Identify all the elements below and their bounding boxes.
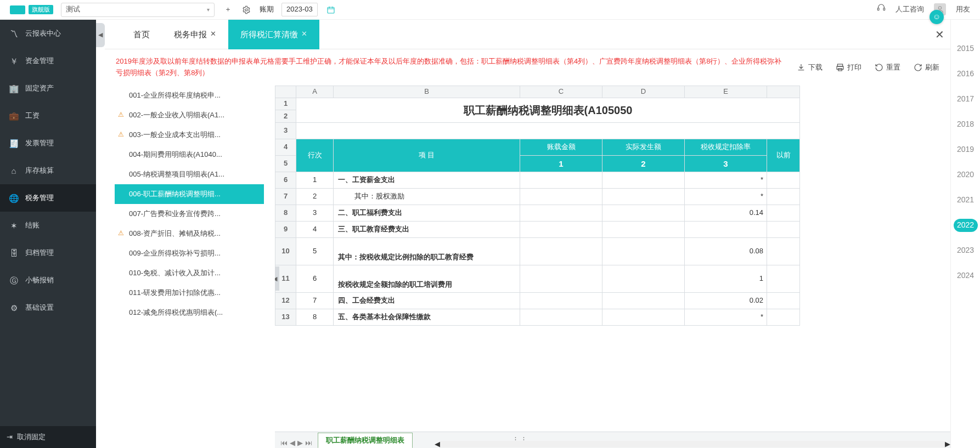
year-2020[interactable]: 2020 [951,162,980,188]
plus-icon[interactable]: ＋ [222,4,233,15]
cell-rownum-2[interactable]: 3 [296,205,334,221]
form-item-3[interactable]: 004-期间费用明细表(A1040... [115,145,264,165]
cell-item-2[interactable]: 二、职工福利费支出 [334,205,520,221]
row-head-6[interactable]: 6 [275,172,296,188]
cell-item-5[interactable]: 按税收规定全额扣除的职工培训费用 [334,265,520,292]
cell-C-1[interactable] [520,188,602,205]
row-head-8[interactable]: 8 [275,205,296,221]
year-2017[interactable]: 2017 [951,87,980,112]
cell-C-2[interactable] [520,205,602,221]
user-name[interactable]: 用友 [956,4,970,14]
cell-C-4[interactable] [520,237,602,265]
nav-item-5[interactable]: ⌂库存核算 [0,157,96,184]
nav-item-9[interactable]: Ⓖ小畅报销 [0,266,96,294]
cell-E-1[interactable]: * [685,188,767,205]
cell-item-6[interactable]: 四、工会经费支出 [334,292,520,309]
cell-E-3[interactable] [685,221,767,237]
nav-item-8[interactable]: 🗄归档管理 [0,239,96,266]
close-icon[interactable]: ✕ [210,29,216,39]
cell-D-0[interactable] [602,172,685,188]
year-2021[interactable]: 2021 [951,188,980,213]
consult-link[interactable]: 人工咨询 [895,4,924,14]
cell-F-1[interactable] [767,188,800,205]
col-head-C[interactable]: C [520,86,602,98]
nav-item-6[interactable]: 🌐税务管理 [0,184,96,212]
cell-E-6[interactable]: 0.02 [685,292,767,309]
cell-item-0[interactable]: 一、工资薪金支出 [334,172,520,188]
year-2018[interactable]: 2018 [951,112,980,137]
download-button[interactable]: 下载 [797,63,823,72]
cell-C-7[interactable] [520,309,602,325]
cell-C-3[interactable] [520,221,602,237]
form-item-8[interactable]: 009-企业所得税弥补亏损明... [115,243,264,263]
nav-item-3[interactable]: 💼工资 [0,102,96,129]
form-item-10[interactable]: 011-研发费用加计扣除优惠... [115,283,264,303]
sheet-tab-active[interactable]: 职工薪酬纳税调整明细表 [318,433,413,448]
reset-button[interactable]: 重置 [875,63,900,72]
cell-E-5[interactable]: 1 [685,265,767,292]
headset-icon[interactable] [877,3,886,15]
spreadsheet[interactable]: ABCDE1职工薪酬纳税调整明细表(A105050234行次项 目账载金额实际发… [275,86,950,432]
cell-D-5[interactable] [602,265,685,292]
form-item-5[interactable]: 006-职工薪酬纳税调整明细... [115,184,264,204]
col-head-D[interactable]: D [602,86,685,98]
row-head-13[interactable]: 13 [275,309,296,325]
cell-F-2[interactable] [767,205,800,221]
sheet-nav-next-icon[interactable]: ▶ [297,438,303,448]
cell-F-5[interactable] [767,265,800,292]
form-item-0[interactable]: 001-企业所得税年度纳税申... [115,86,264,105]
cell-F-3[interactable] [767,221,800,237]
calendar-icon[interactable] [325,4,336,15]
cell-item-1[interactable]: 其中：股权激励 [334,188,520,205]
cell-E-0[interactable]: * [685,172,767,188]
sheet-nav-prev-icon[interactable]: ◀ [290,438,295,448]
cell-C-5[interactable] [520,265,602,292]
row-head-1[interactable]: 1 [275,98,296,110]
row-head-7[interactable]: 7 [275,188,296,205]
col-head-B[interactable]: B [334,86,520,98]
period-value[interactable]: 2023-03 [281,3,318,16]
year-2023[interactable]: 2023 [951,238,980,263]
close-icon[interactable]: ✕ [301,29,307,39]
cell-D-4[interactable] [602,237,685,265]
row-head-2[interactable]: 2 [275,110,296,123]
cell-F-4[interactable] [767,237,800,265]
cell-rownum-5[interactable]: 6 [296,265,334,292]
cell-D-1[interactable] [602,188,685,205]
cell-F-0[interactable] [767,172,800,188]
refresh-button[interactable]: 刷新 [914,63,939,72]
nav-item-2[interactable]: 🏢固定资产 [0,75,96,102]
year-2016[interactable]: 2016 [951,61,980,87]
sheet-hscrollbar[interactable]: ◀ ▶ [435,440,950,448]
year-2015[interactable]: 2015 [951,36,980,61]
sidebar-collapse-handle[interactable]: ◀ [96,23,105,47]
cell-item-3[interactable]: 三、职工教育经费支出 [334,221,520,237]
float-help-icon[interactable]: ☺ [930,10,944,24]
sheet-nav-last-icon[interactable]: ⏭ [305,438,312,448]
gear-icon[interactable] [241,4,252,15]
cell-rownum-0[interactable]: 1 [296,172,334,188]
row-head-3[interactable]: 3 [275,122,296,139]
year-2022[interactable]: 2022 [951,213,980,238]
row-head-9[interactable]: 9 [275,221,296,237]
cell-C-6[interactable] [520,292,602,309]
form-item-11[interactable]: 012-减免所得税优惠明细表(... [115,303,264,322]
form-item-9[interactable]: 010-免税、减计收入及加计... [115,263,264,283]
cell-rownum-1[interactable]: 2 [296,188,334,205]
form-item-7[interactable]: ⚠008-资产折旧、摊销及纳税... [115,224,264,243]
scroll-left-icon[interactable]: ◀ [435,439,440,448]
close-all-tabs[interactable]: ✕ [928,27,950,42]
cell-item-4[interactable]: 其中：按税收规定比例扣除的职工教育经费 [334,237,520,265]
nav-item-4[interactable]: 🧾发票管理 [0,129,96,157]
cell-C-0[interactable] [520,172,602,188]
cell-F-6[interactable] [767,292,800,309]
nav-item-0[interactable]: 〽云报表中心 [0,20,96,47]
cell-F-7[interactable] [767,309,800,325]
cell-D-2[interactable] [602,205,685,221]
cell-rownum-3[interactable]: 4 [296,221,334,237]
cell-rownum-7[interactable]: 8 [296,309,334,325]
form-item-2[interactable]: ⚠003-一般企业成本支出明细... [115,125,264,145]
tab-0[interactable]: 首页 [121,20,162,49]
cell-E-7[interactable]: * [685,309,767,325]
sheet-nav-first-icon[interactable]: ⏮ [280,438,288,448]
